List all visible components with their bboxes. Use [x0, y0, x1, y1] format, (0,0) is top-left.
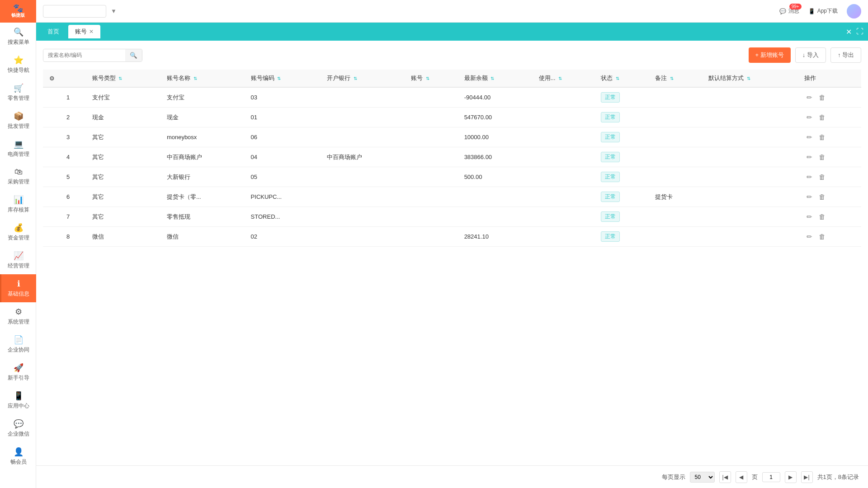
edit-button[interactable]: ✏	[804, 232, 815, 242]
sidebar-item-system[interactable]: ⚙ 系统管理	[0, 302, 36, 330]
sidebar-item-label: 零售管理	[8, 94, 29, 102]
edit-button[interactable]: ✏	[804, 152, 815, 162]
row-status: 正常	[595, 147, 650, 167]
message-badge: 99+	[789, 4, 802, 9]
sidebar-item-agreement[interactable]: 📄 企业协同	[0, 330, 36, 358]
row-settings	[43, 87, 61, 108]
import-button[interactable]: ↓ 导入	[795, 47, 826, 63]
sidebar-item-business[interactable]: 📈 经营管理	[0, 246, 36, 274]
add-account-button[interactable]: + 新增账号	[749, 47, 791, 63]
sidebar-item-finance[interactable]: 💰 资金管理	[0, 218, 36, 246]
row-bank	[321, 187, 406, 207]
top-header-left: ▼	[43, 5, 117, 18]
export-button[interactable]: ↑ 导出	[830, 47, 861, 63]
edit-button[interactable]: ✏	[804, 192, 815, 202]
next-page-button[interactable]: ▶	[785, 471, 797, 483]
sidebar-item-inventory[interactable]: 📊 库存核算	[0, 190, 36, 218]
row-remark	[650, 227, 703, 247]
edit-button[interactable]: ✏	[804, 172, 815, 182]
edit-button[interactable]: ✏	[804, 93, 815, 103]
col-remark[interactable]: 备注 ⇅	[650, 70, 703, 87]
window-maximize-icon[interactable]: ⛶	[856, 28, 863, 36]
sidebar-item-member[interactable]: 👤 畅会员	[0, 442, 36, 470]
prev-page-button[interactable]: ◀	[736, 471, 747, 483]
per-page-select[interactable]: 50 100 200	[690, 472, 715, 483]
row-status: 正常	[595, 227, 650, 247]
trend-icon: 📈	[14, 251, 24, 261]
sidebar-item-label: 快捷导航	[8, 66, 29, 74]
sidebar-item-retail[interactable]: 🛒 零售管理	[0, 79, 36, 107]
row-code: PICKUPC...	[245, 187, 322, 207]
per-page-label: 每页显示	[662, 473, 685, 481]
sidebar-item-wechat[interactable]: 💬 企业微信	[0, 414, 36, 442]
last-page-button[interactable]: ▶|	[801, 471, 813, 483]
page-number-input[interactable]	[762, 472, 780, 482]
col-bank[interactable]: 开户银行 ⇅	[321, 70, 406, 87]
delete-button[interactable]: 🗑	[816, 172, 828, 182]
sidebar-item-ecommerce[interactable]: 💻 电商管理	[0, 135, 36, 163]
delete-button[interactable]: 🗑	[816, 192, 828, 202]
search-button[interactable]: 🔍	[125, 49, 142, 61]
table-row: 3 其它 moneybosx 06 10000.00 正常 ✏ 🗑	[43, 127, 861, 147]
top-search-input[interactable]	[43, 5, 106, 18]
delete-button[interactable]: 🗑	[816, 113, 828, 122]
edit-button[interactable]: ✏	[804, 113, 815, 122]
tab-home[interactable]: 首页	[41, 25, 66, 38]
chart-icon: 📊	[14, 195, 24, 205]
col-name[interactable]: 账号名称 ⇅	[161, 70, 245, 87]
user-icon: 👤	[14, 447, 24, 457]
col-account[interactable]: 账号 ⇅	[406, 70, 459, 87]
rocket-icon: 🚀	[14, 363, 24, 373]
row-code: 04	[245, 147, 322, 167]
sidebar-item-quick-nav[interactable]: ⭐ 快捷导航	[0, 51, 36, 79]
delete-button[interactable]: 🗑	[816, 93, 828, 102]
col-usage[interactable]: 使用... ⇅	[533, 70, 595, 87]
message-button[interactable]: 💬 消息 99+	[779, 7, 799, 15]
gear-icon: ⚙	[15, 307, 22, 317]
row-index: 8	[61, 227, 87, 247]
delete-button[interactable]: 🗑	[816, 212, 828, 221]
app-download-button[interactable]: 📱 App下载	[808, 7, 838, 15]
row-balance	[459, 207, 533, 227]
col-status[interactable]: 状态 ⇅	[595, 70, 650, 87]
tab-window-buttons: ✕ ⛶	[846, 28, 863, 36]
col-settle[interactable]: 默认结算方式 ⇅	[703, 70, 799, 87]
col-balance[interactable]: 最新余额 ⇅	[459, 70, 533, 87]
row-name: 中百商场账户	[161, 147, 245, 167]
delete-button[interactable]: 🗑	[816, 132, 828, 142]
row-balance: 10000.00	[459, 127, 533, 147]
sidebar-item-app-center[interactable]: 📱 应用中心	[0, 386, 36, 414]
row-name: 大新银行	[161, 167, 245, 187]
row-type: 其它	[87, 187, 161, 207]
avatar[interactable]	[847, 4, 861, 19]
row-name: 零售抵现	[161, 207, 245, 227]
row-action: ✏ 🗑	[799, 207, 861, 227]
row-bank	[321, 207, 406, 227]
col-type[interactable]: 账号类型 ⇅	[87, 70, 161, 87]
col-settings[interactable]: ⚙	[43, 70, 61, 87]
dropdown-chevron-icon[interactable]: ▼	[111, 8, 117, 14]
search-input[interactable]	[43, 49, 125, 61]
sidebar-item-label: 经营管理	[8, 262, 29, 270]
row-settings	[43, 108, 61, 127]
delete-button[interactable]: 🗑	[816, 152, 828, 162]
sidebar-item-search[interactable]: 🔍 搜索菜单	[0, 23, 36, 51]
sidebar-item-label: 系统管理	[8, 318, 29, 326]
edit-button[interactable]: ✏	[804, 132, 815, 142]
tab-close-icon[interactable]: ✕	[89, 28, 94, 35]
sidebar-item-basic-info[interactable]: ℹ 基础信息	[0, 274, 36, 302]
sidebar-item-wholesale[interactable]: 📦 批发管理	[0, 107, 36, 135]
window-close-icon[interactable]: ✕	[846, 28, 852, 36]
row-settle	[703, 127, 799, 147]
table-row: 5 其它 大新银行 05 500.00 正常 ✏ 🗑	[43, 167, 861, 187]
edit-button[interactable]: ✏	[804, 212, 815, 222]
sidebar-item-guide[interactable]: 🚀 新手引导	[0, 358, 36, 386]
delete-button[interactable]: 🗑	[816, 232, 828, 241]
row-status: 正常	[595, 108, 650, 127]
row-remark: 提货卡	[650, 187, 703, 207]
first-page-button[interactable]: |◀	[719, 471, 731, 483]
sidebar-item-purchase[interactable]: 🛍 采购管理	[0, 163, 36, 190]
col-code[interactable]: 账号编码 ⇅	[245, 70, 322, 87]
tab-account[interactable]: 账号 ✕	[68, 25, 100, 38]
col-action: 操作	[799, 70, 861, 87]
